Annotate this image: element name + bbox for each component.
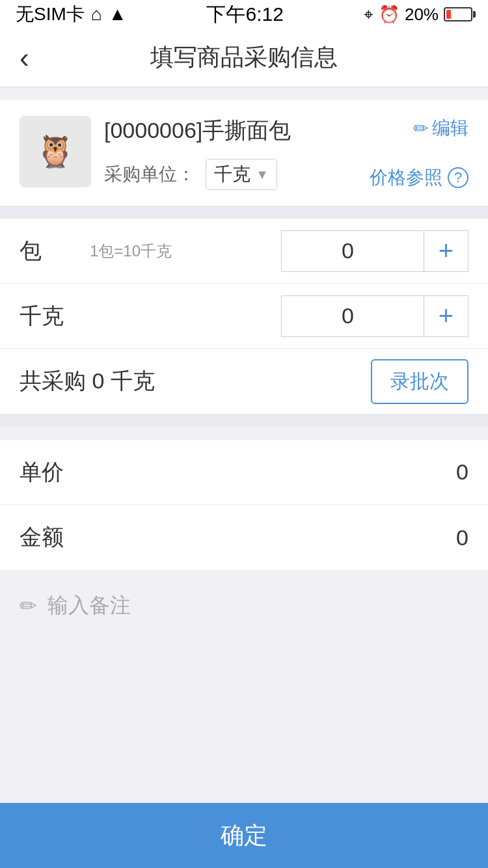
qty-row-bao: 包 1包=10千克 + — [0, 219, 488, 284]
carrier-label: 无SIM卡 — [16, 2, 85, 27]
product-image: 🦉 — [20, 116, 91, 187]
divider-1 — [0, 206, 488, 219]
qty-plus-bao[interactable]: + — [424, 230, 468, 272]
status-left: 无SIM卡 ⌂ ▲ — [16, 2, 126, 27]
amount-value: 0 — [456, 525, 468, 550]
edit-icon: ✏ — [413, 118, 428, 139]
qty-plus-kg[interactable]: + — [424, 295, 468, 337]
summary-text: 共采购 0 千克 — [20, 366, 155, 396]
nav-bar: ‹ 填写商品采购信息 — [0, 29, 488, 87]
qty-input-bao[interactable] — [281, 230, 424, 272]
pencil-icon: ✏ — [20, 593, 37, 618]
confirm-button[interactable]: 确定 — [0, 803, 488, 868]
note-input[interactable]: 输入备注 — [47, 591, 131, 620]
qty-input-kg[interactable] — [281, 295, 424, 337]
battery-percent: 20% — [405, 5, 439, 25]
status-time: 下午6:12 — [206, 1, 283, 28]
edit-label: 编辑 — [432, 116, 468, 141]
status-right: ⌖ ⏰ 20% — [364, 5, 472, 25]
amount-label: 金额 — [20, 522, 64, 552]
unit-price-row: 单价 0 — [0, 440, 488, 505]
qty-input-group-kg: + — [281, 295, 468, 337]
product-card: 🦉 [0000006]手撕面包 采购单位： 千克 ▼ ✏ 编辑 价格参照 ? — [0, 100, 488, 206]
footer-spacer — [0, 635, 488, 803]
amount-row: 金额 0 — [0, 505, 488, 570]
quantity-section: 包 1包=10千克 + 千克 + — [0, 219, 488, 349]
qty-label-kg: 千克 — [20, 301, 85, 331]
qty-sublabel-bao: 1包=10千克 — [90, 241, 172, 262]
location-icon: ⌖ — [364, 5, 373, 25]
product-logo: 🦉 — [36, 133, 75, 170]
alarm-icon: ⏰ — [379, 5, 400, 25]
price-ref-label: 价格参照 — [370, 165, 442, 190]
help-label: ? — [454, 169, 462, 186]
battery-fill — [446, 10, 451, 19]
wifi-icon: ⌂ — [91, 4, 102, 25]
unit-dropdown-arrow: ▼ — [256, 167, 269, 182]
edit-button[interactable]: ✏ 编辑 — [413, 116, 468, 141]
qty-row-kg: 千克 + — [0, 284, 488, 349]
status-bar: 无SIM卡 ⌂ ▲ 下午6:12 ⌖ ⏰ 20% — [0, 0, 488, 29]
unit-value: 千克 — [214, 162, 251, 187]
price-ref-button[interactable]: 价格参照 ? — [370, 165, 468, 190]
qty-input-group-bao: + — [281, 230, 468, 272]
summary-row: 共采购 0 千克 录批次 — [0, 349, 488, 414]
unit-select[interactable]: 千克 ▼ — [206, 159, 277, 190]
note-section[interactable]: ✏ 输入备注 — [0, 570, 488, 635]
batch-button[interactable]: 录批次 — [371, 359, 468, 404]
unit-price-value: 0 — [456, 459, 468, 485]
back-button[interactable]: ‹ — [20, 44, 29, 72]
price-section: 单价 0 金额 0 — [0, 440, 488, 570]
battery-icon — [444, 7, 472, 21]
qty-label-bao: 包 — [20, 236, 85, 266]
unit-label: 采购单位： — [104, 162, 195, 187]
unit-price-label: 单价 — [20, 457, 64, 487]
wifi-signal: ▲ — [109, 4, 127, 25]
page-title: 填写商品采购信息 — [150, 42, 338, 74]
divider-2 — [0, 414, 488, 427]
help-icon[interactable]: ? — [448, 167, 468, 188]
